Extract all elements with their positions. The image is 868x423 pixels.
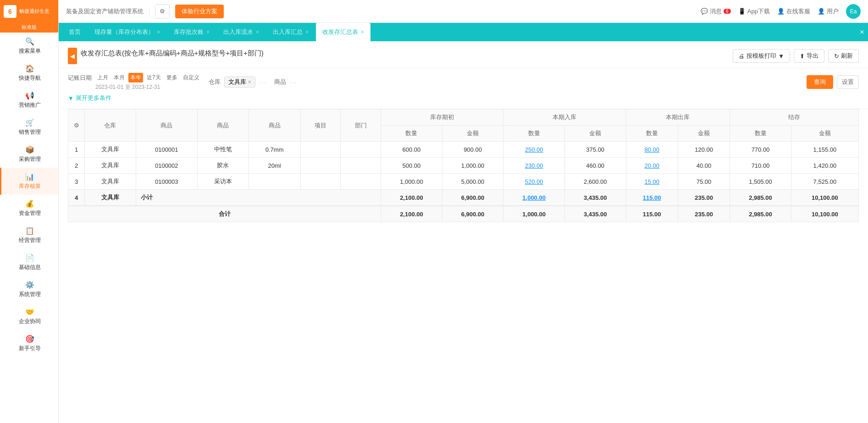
print-button[interactable]: 🖨 按模板打印 ▼ xyxy=(733,49,790,63)
query-button[interactable]: 查询 xyxy=(807,75,833,89)
tab-flow[interactable]: 出入库流水 × xyxy=(217,23,265,41)
tab-inventory-dist[interactable]: 现存量（库存分布表） × xyxy=(88,23,166,41)
date-7days-btn[interactable]: 近7天 xyxy=(145,73,163,82)
date-this-month-btn[interactable]: 本月 xyxy=(112,73,127,82)
tab-home-label: 首页 xyxy=(69,28,81,36)
sidebar-item-basic-info[interactable]: 📄 基础信息 xyxy=(0,249,58,276)
row-in-qty[interactable]: 230.00 xyxy=(503,158,565,174)
table-row: 3 文具库 0100003 采访本 1,000.00 5,000.00 520.… xyxy=(68,174,859,190)
row-out-qty[interactable]: 80.00 xyxy=(626,142,678,158)
export-button[interactable]: ⬆ 导出 xyxy=(794,49,824,63)
sidebar-item-finance[interactable]: 💰 资金管理 xyxy=(0,195,58,222)
experience-button[interactable]: 体验行业方案 xyxy=(175,5,224,18)
row-in-qty[interactable]: 520.00 xyxy=(503,174,565,190)
marketing-icon: 📢 xyxy=(25,91,34,100)
row-name: 采访本 xyxy=(197,174,249,190)
date-custom-btn[interactable]: 自定义 xyxy=(181,73,201,82)
th-group-in: 本期入库 xyxy=(503,110,626,126)
warehouse-more-dots[interactable]: ··· xyxy=(259,79,267,86)
sidebar-item-enterprise[interactable]: 🤝 企业协同 xyxy=(0,303,58,330)
close-all-tabs-button[interactable]: × xyxy=(859,23,864,41)
sidebar-item-quick-nav[interactable]: 🏠 快捷导航 xyxy=(0,60,58,87)
tab-close-icon[interactable]: × xyxy=(305,29,309,35)
sidebar-item-marketing[interactable]: 📢 营销推广 xyxy=(0,87,58,114)
sidebar-item-sales[interactable]: 🛒 销售管理 xyxy=(0,114,58,141)
filter-settings-button[interactable]: 设置 xyxy=(837,75,859,89)
subtotal-open-amt: 6,900.00 xyxy=(442,190,503,206)
subtotal-in-amt: 3,435.00 xyxy=(564,190,626,206)
row-project xyxy=(300,174,341,190)
row-close-amt: 1,155.00 xyxy=(791,142,858,158)
warehouse-tag-close-icon[interactable]: × xyxy=(248,79,251,85)
tab-close-icon[interactable]: × xyxy=(157,29,160,35)
sidebar-item-label: 营销推广 xyxy=(19,101,41,109)
sidebar-item-system[interactable]: ⚙️ 系统管理 xyxy=(0,276,58,303)
refresh-button[interactable]: ↻ 刷新 xyxy=(828,49,859,63)
subtotal-open-qty: 2,100.00 xyxy=(381,190,442,206)
sidebar-item-purchase[interactable]: 📦 采购管理 xyxy=(0,141,58,168)
row-spec xyxy=(249,174,300,190)
system-name: 装备及固定资产辅助管理系统 xyxy=(66,7,144,16)
row-in-qty[interactable]: 250.00 xyxy=(503,142,565,158)
avatar-text: Ea xyxy=(850,8,857,15)
date-this-year-btn[interactable]: 本年 xyxy=(128,73,143,82)
row-dept xyxy=(341,142,381,158)
app-download-label: App下载 xyxy=(747,7,770,16)
user-label: 用户 xyxy=(827,7,839,16)
row-open-qty: 600.00 xyxy=(381,142,442,158)
row-out-qty[interactable]: 15.00 xyxy=(626,174,678,190)
row-in-amt: 2,600.00 xyxy=(564,174,626,190)
service-icon: 👤 xyxy=(777,8,785,15)
tab-close-icon[interactable]: × xyxy=(361,29,364,35)
date-last-month-btn[interactable]: 上月 xyxy=(95,73,110,82)
sidebar-item-search[interactable]: 🔍 搜索菜单 xyxy=(0,33,58,60)
expand-more-button[interactable]: ▼ 展开更多条件 xyxy=(68,94,859,102)
app-download-button[interactable]: 📱 App下载 xyxy=(738,7,770,16)
row-out-amt: 75.00 xyxy=(678,174,730,190)
th-goods-spec: 商品 xyxy=(249,110,300,142)
tab-close-icon[interactable]: × xyxy=(256,29,259,35)
sidebar-item-label: 快捷导航 xyxy=(19,74,41,82)
tab-batch[interactable]: 库存批次账 × xyxy=(167,23,216,41)
subtotal-out-qty[interactable]: 115.00 xyxy=(626,190,678,206)
tab-receive-send[interactable]: 收发存汇总表 × xyxy=(316,23,370,41)
th-department: 部门 xyxy=(341,110,381,142)
tab-summary[interactable]: 出入库汇总 × xyxy=(266,23,315,41)
tab-home[interactable]: 首页 xyxy=(62,23,87,41)
topbar-settings-button[interactable]: ⚙ xyxy=(155,4,170,19)
collapse-filter-button[interactable]: ◀ xyxy=(68,48,77,64)
row-in-amt: 375.00 xyxy=(564,142,626,158)
row-open-amt: 900.00 xyxy=(442,142,503,158)
table-container: ⚙ 仓库 商品 商品 商品 项目 部门 库存期初 本期入库 本期出库 结存 xyxy=(59,109,868,231)
date-more-btn[interactable]: 更多 xyxy=(165,73,179,82)
topbar-right: 💬 消息 6 📱 App下载 👤 在线客服 👤 用户 Ea xyxy=(701,4,861,19)
sidebar-item-operations[interactable]: 📋 经营管理 xyxy=(0,222,58,249)
sidebar-item-guide[interactable]: 🎯 新手引导 xyxy=(0,330,58,357)
avatar[interactable]: Ea xyxy=(846,4,861,19)
tab-close-icon[interactable]: × xyxy=(206,29,210,35)
content-area: ◀ 收发存汇总表(按仓库+商品编码+商品+规格型号+项目+部门) 🖨 按模板打印… xyxy=(59,41,868,423)
sidebar-item-inventory[interactable]: 📊 库存核算 xyxy=(0,168,58,195)
user-menu-button[interactable]: 👤 用户 xyxy=(818,7,839,16)
message-button[interactable]: 💬 消息 6 xyxy=(701,7,731,16)
row-name: 中性笔 xyxy=(197,142,249,158)
online-service-button[interactable]: 👤 在线客服 xyxy=(777,7,810,16)
chevron-down-icon: ▼ xyxy=(68,95,74,102)
goods-filter-section: 商品 ··· xyxy=(274,78,298,86)
settings-icon[interactable]: ⚙ xyxy=(74,122,79,129)
sidebar-item-label: 采购管理 xyxy=(19,155,41,163)
row-close-amt: 7,525.00 xyxy=(791,174,858,190)
row-out-qty[interactable]: 20.00 xyxy=(626,158,678,174)
row-seq: 3 xyxy=(68,174,85,190)
row-warehouse: 文具库 xyxy=(85,142,136,158)
filter-bar: 记账日期 上月 本月 本年 近7天 更多 自定义 2023-01-01 至 20… xyxy=(59,68,868,109)
table-settings-header[interactable]: ⚙ xyxy=(68,110,85,142)
th-out-amt: 金额 xyxy=(678,126,730,142)
warehouse-label: 仓库 xyxy=(209,78,221,86)
row-dept xyxy=(341,158,381,174)
th-goods-name: 商品 xyxy=(197,110,249,142)
sidebar-logo: 6 畅捷通好生意 xyxy=(0,0,58,23)
row-seq: 2 xyxy=(68,158,85,174)
goods-more-dots[interactable]: ··· xyxy=(290,79,298,86)
subtotal-in-qty[interactable]: 1,000.00 xyxy=(503,190,565,206)
